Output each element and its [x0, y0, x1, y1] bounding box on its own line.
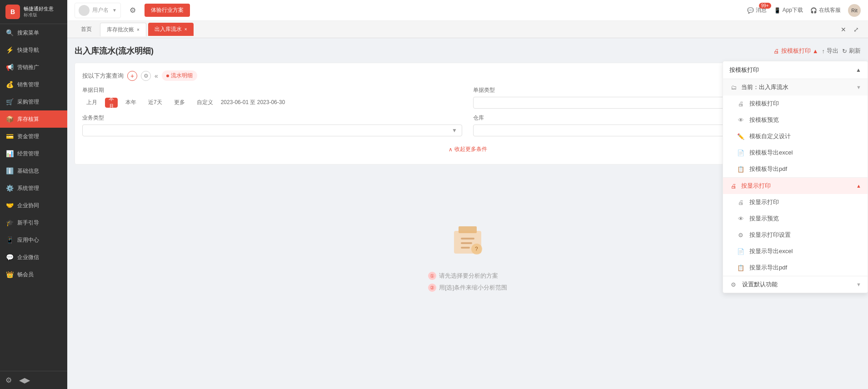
- sidebar-search[interactable]: 🔍 搜索菜单: [0, 24, 67, 41]
- service-btn[interactable]: 🎧 在线客服: [810, 6, 841, 14]
- industry-btn[interactable]: 体验行业方案: [145, 4, 190, 17]
- sidebar-item-label: 资金管理: [17, 133, 39, 140]
- filter-collapse-btn[interactable]: «: [155, 72, 158, 80]
- dropdown-display-header[interactable]: 🖨 按显示打印 ▲: [723, 178, 868, 194]
- dropdown-display-print[interactable]: 🖨 按显示打印: [723, 194, 868, 210]
- step-1-icon: ①: [428, 272, 436, 280]
- finance-icon: 💳: [5, 132, 14, 140]
- display-excel-icon: 📄: [737, 247, 745, 255]
- export-btn[interactable]: ↑ 导出: [822, 47, 839, 55]
- tab-flow-detail-close[interactable]: ×: [185, 27, 187, 32]
- sidebar-item-system[interactable]: ⚙️ 系统管理: [0, 180, 67, 197]
- tab-batch-account-close[interactable]: ×: [137, 27, 140, 32]
- tab-batch-account[interactable]: 库存批次账 ×: [100, 23, 146, 36]
- dropdown-title: 按模板打印: [729, 66, 759, 74]
- refresh-icon: ↻: [842, 48, 847, 55]
- dropdown-template-export-excel[interactable]: 📄 按模板导出excel: [723, 145, 868, 161]
- refresh-btn[interactable]: ↻ 刷新: [842, 47, 861, 55]
- filter-settings-btn[interactable]: ⚙: [141, 71, 151, 81]
- sidebar-logo: B 畅捷通好生意 标准版: [0, 0, 67, 24]
- date-btn-more[interactable]: 更多: [170, 97, 189, 108]
- dropdown-template-custom[interactable]: ✏️ 模板自定义设计: [723, 128, 868, 145]
- settings-icon[interactable]: ⚙: [126, 4, 139, 17]
- filter-add-btn[interactable]: +: [127, 71, 137, 81]
- display-section-label: 按显示打印: [741, 182, 771, 190]
- tab-flow-detail-label: 出入库流水: [155, 25, 182, 33]
- export-icon: ↑: [822, 48, 825, 55]
- dropdown-display-pdf[interactable]: 📋 按显示导出pdf: [723, 259, 868, 276]
- account-name: Rit: [851, 8, 857, 13]
- sidebar-settings-icon[interactable]: ⚙: [5, 376, 12, 384]
- main-area: 用户名 ▼ ⚙ 体验行业方案 💬 消息 99+ 📱 App下载 🎧 在线客服 R…: [67, 0, 868, 389]
- date-range: 2023-06-01 至 2023-06-30: [221, 99, 285, 106]
- date-btn-this-year[interactable]: 本年: [121, 97, 140, 108]
- sales-icon: 💰: [5, 80, 14, 89]
- set-default-icon: ⚙: [729, 280, 738, 289]
- tab-close-btn[interactable]: ✕: [839, 24, 848, 35]
- sidebar-item-label: 畅会员: [17, 271, 34, 279]
- date-btn-this-month[interactable]: 本月: [105, 98, 118, 108]
- dropdown-display-preview[interactable]: 👁 按显示预览: [723, 210, 868, 227]
- hint-2-text: 用[选]条件来缩小分析范围: [439, 282, 507, 294]
- sidebar-item-label: 新手引导: [17, 219, 39, 227]
- sidebar-item-base[interactable]: ℹ️ 基础信息: [0, 162, 67, 180]
- printer-icon: 🖨: [773, 48, 779, 55]
- sidebar-item-marketing[interactable]: 📢 营销推广: [0, 59, 67, 76]
- dropdown-set-default[interactable]: ⚙ 设置默认功能 ▼: [723, 276, 868, 293]
- dropdown-template-preview[interactable]: 👁 按模板预览: [723, 112, 868, 128]
- business-type-select[interactable]: ▼: [82, 125, 462, 136]
- dropdown-close-arrow[interactable]: ▲: [856, 67, 861, 73]
- svg-rect-1: [459, 226, 477, 233]
- filter-label: 按以下方案查询: [82, 72, 124, 80]
- app-download-btn[interactable]: 📱 App下载: [774, 6, 803, 14]
- app-center-icon: 📱: [5, 236, 14, 244]
- chevron-down-icon: ▼: [112, 8, 117, 13]
- tab-batch-account-label: 库存批次账: [107, 26, 134, 34]
- quick-nav-icon: ⚡: [5, 46, 14, 54]
- collapse-text: 收起更多条件: [454, 145, 487, 153]
- tab-home-label: 首页: [81, 25, 92, 33]
- sidebar-item-app-center[interactable]: 📱 应用中心: [0, 231, 67, 249]
- tab-home[interactable]: 首页: [75, 23, 98, 36]
- app-logo-icon: B: [5, 5, 20, 19]
- sidebar-item-inventory[interactable]: 📦 库存核算: [0, 110, 67, 128]
- date-btn-custom[interactable]: 自定义: [193, 97, 217, 108]
- account-avatar[interactable]: Rit: [848, 4, 861, 17]
- tab-maximize-btn[interactable]: ⤢: [852, 24, 861, 35]
- app-brand: 畅捷通好生意 标准版: [24, 5, 54, 18]
- sidebar-item-purchase[interactable]: 🛒 采购管理: [0, 93, 67, 110]
- sidebar-nav: 🔍 搜索菜单 ⚡ 快捷导航 📢 营销推广 💰 销售管理 🛒 采购管理 📦 库存核…: [0, 24, 67, 371]
- dropdown-template-export-pdf[interactable]: 📋 按模板导出pdf: [723, 161, 868, 177]
- sidebar-item-sales[interactable]: 💰 销售管理: [0, 76, 67, 93]
- sidebar-search-label: 搜索菜单: [17, 29, 39, 37]
- user-selector[interactable]: 用户名 ▼: [75, 3, 121, 18]
- dropdown-display-settings[interactable]: ⚙ 按显示打印设置: [723, 227, 868, 243]
- topbar: 用户名 ▼ ⚙ 体验行业方案 💬 消息 99+ 📱 App下载 🎧 在线客服 R…: [67, 0, 868, 21]
- tag-label: 流水明细: [171, 72, 193, 80]
- sidebar-item-collab[interactable]: 🤝 企业协同: [0, 197, 67, 214]
- dropdown-current-item[interactable]: 🗂 当前：出入库流水 ▼: [723, 79, 868, 95]
- refresh-label: 刷新: [849, 47, 861, 55]
- sidebar-item-wechat[interactable]: 💬 企业微信: [0, 249, 67, 266]
- sidebar-item-guide[interactable]: 🎓 新手引导: [0, 214, 67, 231]
- dropdown-display-excel[interactable]: 📄 按显示导出excel: [723, 243, 868, 259]
- dropdown-template-print[interactable]: 🖨 按模板打印: [723, 95, 868, 112]
- tab-flow-detail[interactable]: 出入库流水 ×: [148, 23, 194, 36]
- template-custom-label: 模板自定义设计: [749, 132, 791, 140]
- date-btn-last-7-days[interactable]: 近7天: [144, 97, 166, 108]
- date-btn-last-month[interactable]: 上月: [82, 97, 101, 108]
- template-print-item-label: 按模板打印: [749, 100, 779, 108]
- step-2-icon: ②: [428, 284, 436, 292]
- sidebar-item-member[interactable]: 👑 畅会员: [0, 266, 67, 283]
- template-preview-icon: 👁: [737, 116, 745, 124]
- sidebar-item-quick-nav[interactable]: ⚡ 快捷导航: [0, 41, 67, 59]
- template-excel-icon: 📄: [737, 149, 745, 157]
- template-pdf-icon: 📋: [737, 165, 745, 173]
- sidebar-item-operation[interactable]: 📊 经营管理: [0, 145, 67, 162]
- sidebar-collapse-icon[interactable]: ◀▶: [19, 376, 30, 384]
- empty-hints: ① 请先选择要分析的方案 ② 用[选]条件来缩小分析范围: [428, 270, 507, 294]
- template-print-btn[interactable]: 🖨 按模板打印 ▲: [773, 47, 818, 55]
- svg-rect-4: [461, 247, 470, 249]
- sidebar-item-finance[interactable]: 💳 资金管理: [0, 128, 67, 145]
- message-btn[interactable]: 💬 消息 99+: [747, 6, 767, 14]
